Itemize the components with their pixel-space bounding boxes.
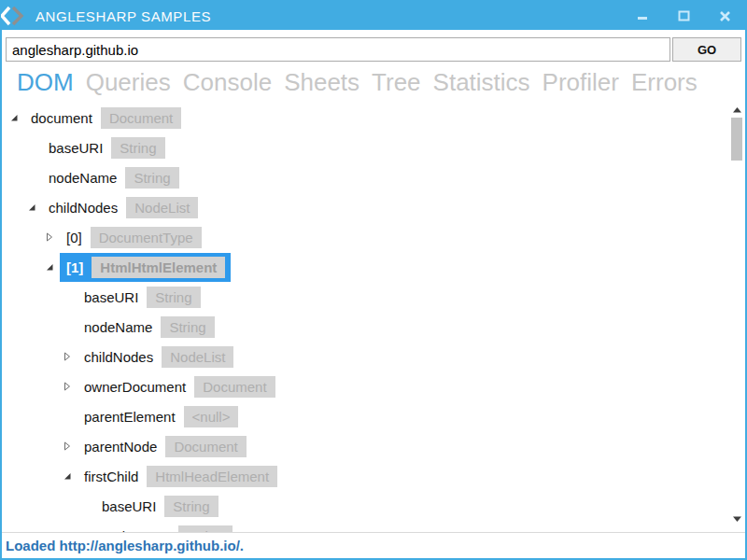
tree-node-type-badge: Document: [165, 436, 246, 457]
tree-node[interactable]: [0] DocumentType: [60, 223, 207, 252]
tree-row[interactable]: childNodes NodeList: [2, 342, 729, 371]
tree-row[interactable]: ownerDocument Document: [2, 371, 729, 401]
tree-node-label: childNodes: [49, 200, 118, 216]
tab-statistics[interactable]: Statistics: [433, 68, 530, 97]
tree-node-label: baseURI: [84, 289, 138, 305]
tree-node[interactable]: childNodes NodeList: [78, 343, 239, 371]
scrollbar-down-icon[interactable]: [729, 511, 745, 526]
tree-node[interactable]: document Document: [24, 104, 187, 133]
tab-bar: DOMQueriesConsoleSheetsTreeStatisticsPro…: [2, 66, 745, 101]
tree-node-type-badge: Document: [194, 376, 275, 398]
tree-row[interactable]: baseURI String: [2, 133, 729, 162]
tree-row[interactable]: parentNode Document: [2, 431, 729, 461]
tree-node[interactable]: nodeName String: [78, 313, 220, 342]
tree-row[interactable]: nodeName String: [2, 521, 729, 532]
tree-node-label: parentNode: [84, 439, 157, 455]
tree-node-type-badge: HtmlHeadElement: [147, 466, 277, 487]
tree-node-type-badge: String: [178, 525, 232, 533]
tree-node-type-badge: String: [125, 167, 178, 189]
tree-node[interactable]: parentNode Document: [78, 432, 252, 461]
tree-node[interactable]: baseURI String: [42, 133, 171, 162]
window-title: ANGLESHARP SAMPLES: [35, 8, 211, 24]
tree-node[interactable]: firstChild HtmlHeadElement: [78, 462, 283, 491]
tab-queries[interactable]: Queries: [86, 68, 171, 97]
tab-errors[interactable]: Errors: [631, 68, 698, 97]
tree-row[interactable]: baseURI String: [2, 491, 729, 521]
tree-node-label: nodeName: [49, 170, 117, 186]
tree-node-type-badge: NodeList: [162, 346, 233, 368]
close-button[interactable]: [704, 2, 745, 30]
tree-row[interactable]: [1] HtmlHtmlElement: [2, 252, 729, 282]
tree-node-type-badge: String: [164, 496, 218, 517]
tree-node-label: nodeName: [102, 528, 170, 533]
tree-node-label: nodeName: [84, 319, 152, 335]
tree-node-label: baseURI: [102, 498, 156, 514]
maximize-button[interactable]: [663, 2, 704, 30]
tree-node-type-badge: <null>: [184, 406, 239, 427]
tree-node-type-badge: DocumentType: [91, 227, 202, 248]
dom-tree-panel: document Document baseURI String nodeNam…: [2, 101, 745, 532]
status-message: Loaded http://anglesharp.github.io/.: [6, 538, 244, 553]
tree-row[interactable]: document Document: [2, 103, 729, 133]
tree-row[interactable]: [0] DocumentType: [2, 222, 729, 252]
tree-row[interactable]: firstChild HtmlHeadElement: [2, 461, 729, 491]
tree-node[interactable]: parentElement <null>: [78, 402, 244, 431]
tree-row[interactable]: nodeName String: [2, 312, 729, 342]
tree-row[interactable]: nodeName String: [2, 162, 729, 192]
tree-node[interactable]: nodeName String: [42, 163, 185, 192]
tab-dom[interactable]: DOM: [17, 68, 74, 97]
vertical-scrollbar[interactable]: [729, 101, 745, 532]
title-bar[interactable]: ANGLESHARP SAMPLES: [2, 2, 745, 30]
tab-profiler[interactable]: Profiler: [543, 68, 619, 97]
tree-node[interactable]: baseURI String: [78, 283, 206, 312]
tree-node-type-badge: HtmlHtmlElement: [92, 257, 225, 278]
tree-row[interactable]: baseURI String: [2, 282, 729, 312]
tree-node-label: ownerDocument: [84, 379, 186, 395]
scrollbar-up-icon[interactable]: [729, 103, 745, 118]
tree-row[interactable]: childNodes NodeList: [2, 192, 729, 222]
app-window: ANGLESHARP SAMPLES GO DOMQueriesConsoleS…: [0, 0, 747, 560]
scrollbar-thumb[interactable]: [731, 118, 742, 161]
tree-node[interactable]: ownerDocument Document: [78, 372, 281, 401]
tree-node-type-badge: Document: [101, 107, 181, 129]
tree-node-label: firstChild: [84, 469, 138, 484]
tab-tree[interactable]: Tree: [372, 68, 421, 97]
tree-node-label: [0]: [66, 230, 82, 245]
tree-node-type-badge: String: [147, 287, 200, 308]
tree-node[interactable]: baseURI String: [95, 492, 224, 521]
minimize-button[interactable]: [622, 2, 663, 30]
tree-node[interactable]: nodeName String: [95, 522, 238, 533]
go-button[interactable]: GO: [672, 37, 741, 62]
status-bar: Loaded http://anglesharp.github.io/.: [2, 532, 745, 558]
tree-node-type-badge: String: [161, 316, 214, 338]
tree-node-label: baseURI: [49, 140, 103, 156]
dom-tree: document Document baseURI String nodeNam…: [2, 103, 729, 532]
tree-node-type-badge: NodeList: [126, 197, 198, 218]
tree-node-type-badge: String: [111, 137, 164, 159]
tree-node-label: document: [31, 110, 92, 126]
tree-node-label: parentElement: [84, 409, 176, 425]
tree-node-label: childNodes: [84, 349, 153, 365]
address-input[interactable]: [6, 37, 670, 62]
address-bar: GO: [6, 37, 741, 62]
tree-node-label: [1]: [66, 259, 83, 275]
window-controls: [622, 2, 745, 30]
tree-node[interactable]: [1] HtmlHtmlElement: [60, 253, 231, 282]
anglesharp-logo-icon: [1, 5, 29, 27]
tree-node[interactable]: childNodes NodeList: [42, 193, 204, 222]
tab-sheets[interactable]: Sheets: [284, 68, 359, 97]
tree-row[interactable]: parentElement <null>: [2, 401, 729, 431]
tab-console[interactable]: Console: [183, 68, 272, 97]
